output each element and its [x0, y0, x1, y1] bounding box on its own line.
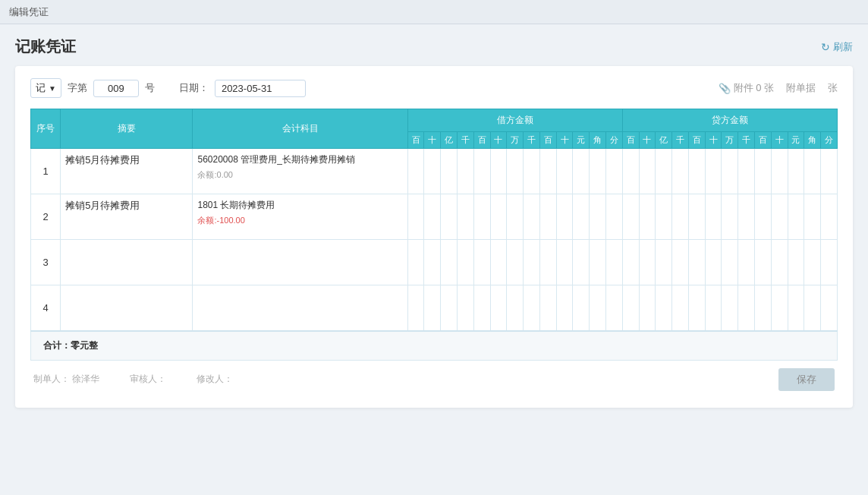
credit-digit-cell[interactable] — [622, 194, 639, 240]
credit-digit-cell[interactable] — [688, 149, 705, 194]
credit-digit-cell[interactable] — [672, 240, 689, 285]
credit-digit-cell[interactable] — [639, 240, 656, 285]
debit-digit-cell[interactable] — [407, 149, 424, 194]
debit-digit-cell[interactable] — [606, 194, 623, 240]
debit-digit-cell[interactable] — [457, 240, 473, 285]
credit-digit-cell[interactable] — [722, 149, 738, 194]
debit-digit-cell[interactable] — [507, 240, 524, 285]
summary-cell[interactable]: 摊销5月待摊费用 — [61, 194, 193, 240]
credit-digit-cell[interactable] — [738, 285, 755, 331]
credit-digit-cell[interactable] — [821, 149, 838, 194]
credit-digit-cell[interactable] — [771, 149, 788, 194]
debit-digit-cell[interactable] — [490, 285, 507, 331]
credit-digit-cell[interactable] — [705, 285, 722, 331]
debit-digit-cell[interactable] — [490, 240, 507, 285]
debit-digit-cell[interactable] — [441, 285, 458, 331]
debit-digit-cell[interactable] — [573, 240, 590, 285]
debit-digit-cell[interactable] — [424, 194, 441, 240]
credit-digit-cell[interactable] — [639, 285, 656, 331]
debit-digit-cell[interactable] — [573, 194, 590, 240]
credit-digit-cell[interactable] — [738, 240, 755, 285]
debit-digit-cell[interactable] — [473, 194, 490, 240]
debit-digit-cell[interactable] — [556, 285, 573, 331]
debit-digit-cell[interactable] — [556, 194, 573, 240]
debit-digit-cell[interactable] — [424, 149, 441, 194]
credit-digit-cell[interactable] — [788, 149, 804, 194]
credit-digit-cell[interactable] — [656, 240, 672, 285]
debit-digit-cell[interactable] — [441, 149, 458, 194]
debit-digit-cell[interactable] — [524, 194, 540, 240]
save-button[interactable]: 保存 — [778, 368, 835, 391]
credit-digit-cell[interactable] — [705, 240, 722, 285]
debit-digit-cell[interactable] — [490, 149, 507, 194]
summary-cell[interactable] — [61, 285, 193, 331]
debit-digit-cell[interactable] — [606, 240, 623, 285]
credit-digit-cell[interactable] — [656, 149, 672, 194]
credit-digit-cell[interactable] — [672, 285, 689, 331]
credit-digit-cell[interactable] — [788, 240, 804, 285]
debit-digit-cell[interactable] — [407, 240, 424, 285]
debit-digit-cell[interactable] — [524, 285, 540, 331]
debit-digit-cell[interactable] — [539, 194, 556, 240]
credit-digit-cell[interactable] — [788, 194, 804, 240]
credit-digit-cell[interactable] — [622, 149, 639, 194]
account-cell[interactable]: 56020008 管理费用_长期待摊费用摊销余额:0.00 — [193, 149, 407, 194]
debit-digit-cell[interactable] — [490, 194, 507, 240]
credit-digit-cell[interactable] — [639, 149, 656, 194]
credit-digit-cell[interactable] — [656, 194, 672, 240]
account-cell[interactable]: 1801 长期待摊费用余额:-100.00 — [193, 194, 407, 240]
credit-digit-cell[interactable] — [688, 240, 705, 285]
debit-digit-cell[interactable] — [524, 149, 540, 194]
debit-digit-cell[interactable] — [507, 285, 524, 331]
debit-digit-cell[interactable] — [590, 149, 606, 194]
debit-digit-cell[interactable] — [457, 149, 473, 194]
debit-digit-cell[interactable] — [590, 285, 606, 331]
credit-digit-cell[interactable] — [622, 285, 639, 331]
account-cell[interactable] — [193, 285, 407, 331]
debit-digit-cell[interactable] — [590, 240, 606, 285]
credit-digit-cell[interactable] — [738, 149, 755, 194]
credit-digit-cell[interactable] — [804, 240, 821, 285]
summary-cell[interactable] — [61, 240, 193, 285]
credit-digit-cell[interactable] — [738, 194, 755, 240]
debit-digit-cell[interactable] — [457, 285, 473, 331]
credit-digit-cell[interactable] — [688, 285, 705, 331]
credit-digit-cell[interactable] — [821, 285, 838, 331]
debit-digit-cell[interactable] — [457, 194, 473, 240]
debit-digit-cell[interactable] — [473, 285, 490, 331]
credit-digit-cell[interactable] — [788, 285, 804, 331]
credit-digit-cell[interactable] — [821, 240, 838, 285]
credit-digit-cell[interactable] — [656, 285, 672, 331]
debit-digit-cell[interactable] — [539, 285, 556, 331]
credit-digit-cell[interactable] — [804, 285, 821, 331]
debit-digit-cell[interactable] — [473, 149, 490, 194]
credit-digit-cell[interactable] — [622, 240, 639, 285]
date-input[interactable] — [215, 80, 306, 97]
attach-single-label[interactable]: 附单据 — [786, 81, 816, 95]
debit-digit-cell[interactable] — [573, 285, 590, 331]
debit-digit-cell[interactable] — [590, 194, 606, 240]
account-cell[interactable] — [193, 240, 407, 285]
debit-digit-cell[interactable] — [524, 240, 540, 285]
debit-digit-cell[interactable] — [606, 149, 623, 194]
credit-digit-cell[interactable] — [771, 194, 788, 240]
summary-cell[interactable]: 摊销5月待摊费用 — [61, 149, 193, 194]
debit-digit-cell[interactable] — [441, 240, 458, 285]
credit-digit-cell[interactable] — [722, 240, 738, 285]
credit-digit-cell[interactable] — [804, 149, 821, 194]
debit-digit-cell[interactable] — [473, 240, 490, 285]
credit-digit-cell[interactable] — [688, 194, 705, 240]
debit-digit-cell[interactable] — [507, 149, 524, 194]
debit-digit-cell[interactable] — [573, 149, 590, 194]
credit-digit-cell[interactable] — [672, 194, 689, 240]
debit-digit-cell[interactable] — [556, 149, 573, 194]
voucher-type-select[interactable]: 记 ▼ — [30, 78, 61, 98]
debit-digit-cell[interactable] — [424, 285, 441, 331]
debit-digit-cell[interactable] — [507, 194, 524, 240]
credit-digit-cell[interactable] — [705, 194, 722, 240]
credit-digit-cell[interactable] — [672, 149, 689, 194]
credit-digit-cell[interactable] — [705, 149, 722, 194]
credit-digit-cell[interactable] — [639, 194, 656, 240]
credit-digit-cell[interactable] — [755, 240, 772, 285]
debit-digit-cell[interactable] — [556, 240, 573, 285]
